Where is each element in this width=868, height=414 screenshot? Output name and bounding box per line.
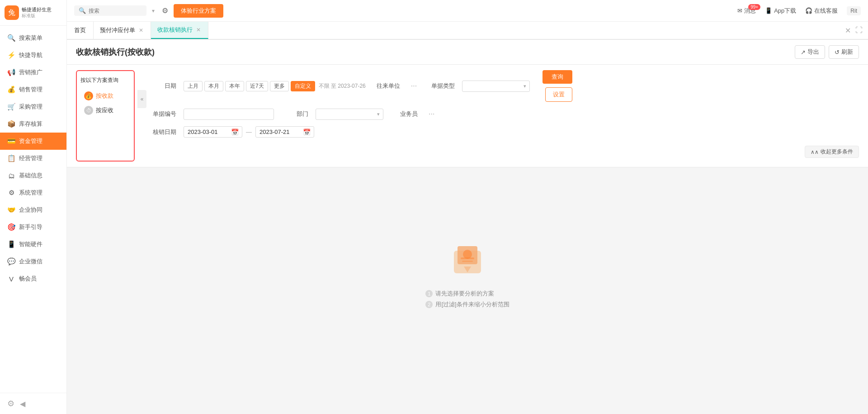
- online-service-button[interactable]: 🎧 在线客服: [805, 7, 838, 15]
- collapse-up-icon: ∧∧: [811, 149, 819, 155]
- nav-icon-2: 📢: [7, 68, 15, 76]
- this-month-btn[interactable]: 本月: [204, 81, 223, 91]
- message-badge: 99+: [748, 4, 760, 10]
- sidebar-item-9[interactable]: ⚙系统管理: [0, 184, 66, 201]
- doctype-select-wrap: [462, 81, 530, 92]
- content: 收款核销执行(按收款) ↗ 导出 ↺ 刷新 按以下方案查询 💰 按收款: [67, 40, 868, 414]
- app-download-button[interactable]: 📱 App下载: [765, 7, 796, 15]
- tip-num-1: 1: [425, 290, 433, 297]
- nav-label-11: 新手引导: [19, 223, 42, 231]
- sidebar: 兔 畅捷通好生意 标准版 🔍搜索菜单⚡快捷导航📢营销推广💰销售管理🛒采购管理📦库…: [0, 0, 67, 414]
- tab-expand-icon[interactable]: ⛶: [855, 26, 863, 34]
- nav-icon-12: 📱: [7, 240, 15, 248]
- nav-icon-14: V: [7, 275, 15, 283]
- tab-prepay[interactable]: 预付冲应付单 ✕: [94, 22, 151, 39]
- topbar: 🔍 ▾ ⚙ 体验行业方案 ✉ 消息 99+ 📱 App下载 🎧 在线客服 Rit: [67, 0, 868, 22]
- verify-date-label: 核销日期: [149, 128, 176, 136]
- tab-collection[interactable]: 收款核销执行 ✕: [151, 22, 208, 39]
- user-info[interactable]: Rit: [847, 6, 861, 15]
- verify-end-input[interactable]: [255, 126, 314, 138]
- last-7days-btn[interactable]: 近7天: [246, 81, 268, 91]
- header-actions: ↗ 导出 ↺ 刷新: [795, 45, 859, 64]
- export-button[interactable]: ↗ 导出: [795, 45, 825, 59]
- counterpart-input-dots[interactable]: ···: [407, 80, 420, 92]
- dept-select[interactable]: [316, 109, 383, 120]
- search-icon: 🔍: [79, 7, 86, 14]
- sidebar-item-12[interactable]: 📱智能硬件: [0, 236, 66, 253]
- sidebar-item-5[interactable]: 📦库存核算: [0, 115, 66, 133]
- solution-button[interactable]: 体验行业方案: [174, 4, 223, 18]
- service-label: 在线客服: [814, 7, 838, 15]
- message-button[interactable]: ✉ 消息 99+: [737, 7, 756, 15]
- nav-label-1: 快捷导航: [19, 51, 42, 59]
- filter-collection-label: 按收款: [96, 92, 113, 100]
- sidebar-item-1[interactable]: ⚡快捷导航: [0, 47, 66, 64]
- refresh-icon: ↺: [835, 49, 840, 56]
- collapse-icon[interactable]: ◀: [20, 400, 25, 408]
- more-date-btn[interactable]: 更多: [270, 81, 289, 91]
- sidebar-item-3[interactable]: 💰销售管理: [0, 81, 66, 98]
- verify-start-wrap: 📅: [184, 126, 242, 138]
- app-edition: 标准版: [22, 13, 52, 19]
- doctype-label: 单据类型: [428, 82, 455, 90]
- doctype-select[interactable]: [462, 81, 530, 92]
- sidebar-item-0[interactable]: 🔍搜索菜单: [0, 29, 66, 47]
- settings-gear-icon[interactable]: ⚙: [162, 6, 168, 15]
- tab-close-all-icon[interactable]: ✕: [845, 26, 851, 35]
- nav-icon-7: 📋: [7, 154, 15, 162]
- tab-collection-close[interactable]: ✕: [195, 27, 202, 33]
- tab-home-label: 首页: [74, 26, 86, 34]
- sidebar-item-14[interactable]: V畅会员: [0, 270, 66, 287]
- this-year-btn[interactable]: 本年: [225, 81, 244, 91]
- sidebar-item-8[interactable]: 🗂基础信息: [0, 167, 66, 184]
- tab-home[interactable]: 首页: [67, 22, 94, 39]
- app-logo: 兔 畅捷通好生意 标准版: [0, 0, 66, 26]
- search-input[interactable]: [89, 8, 134, 14]
- collapse-conditions-label: 收起更多条件: [821, 148, 853, 156]
- sidebar-item-10[interactable]: 🤝企业协同: [0, 201, 66, 219]
- filter-action-buttons: 查询 设置: [542, 70, 572, 102]
- tabbar: 首页 预付冲应付单 ✕ 收款核销执行 ✕ ✕ ⛶: [67, 22, 868, 40]
- nav-icon-13: 💬: [7, 257, 15, 266]
- message-icon: ✉: [737, 7, 742, 14]
- sidebar-item-6[interactable]: 💳资金管理: [0, 133, 66, 150]
- query-button[interactable]: 查询: [542, 70, 572, 84]
- last-month-btn[interactable]: 上月: [184, 81, 203, 91]
- app-label: App下载: [774, 7, 796, 15]
- custom-date-btn[interactable]: 自定义: [291, 81, 315, 91]
- nav-label-0: 搜索菜单: [19, 34, 42, 42]
- nav-icon-8: 🗂: [7, 172, 15, 180]
- filter-by-collection[interactable]: 💰 按收款: [80, 89, 130, 103]
- settings-icon[interactable]: ⚙: [7, 399, 14, 409]
- main-area: 🔍 ▾ ⚙ 体验行业方案 ✉ 消息 99+ 📱 App下载 🎧 在线客服 Rit: [67, 0, 868, 414]
- nav-label-7: 经营管理: [19, 154, 42, 162]
- filter-by-receivable[interactable]: ⏱ 按应收: [80, 103, 130, 118]
- docno-input[interactable]: [184, 109, 274, 120]
- refresh-label: 刷新: [841, 48, 853, 56]
- nav-icon-6: 💳: [7, 137, 15, 145]
- nav-icon-4: 🛒: [7, 103, 15, 111]
- search-chevron-icon[interactable]: ▾: [152, 8, 155, 14]
- sidebar-bottom: ⚙ ◀: [0, 393, 66, 414]
- sidebar-item-7[interactable]: 📋经营管理: [0, 150, 66, 167]
- staff-input-dots[interactable]: ···: [425, 108, 438, 120]
- sidebar-item-13[interactable]: 💬企业微信: [0, 253, 66, 270]
- nav-label-14: 畅会员: [19, 275, 37, 283]
- topbar-right: ✉ 消息 99+ 📱 App下载 🎧 在线客服 Rit: [737, 6, 861, 15]
- nav-label-6: 资金管理: [19, 137, 42, 145]
- refresh-button[interactable]: ↺ 刷新: [829, 45, 859, 59]
- verify-date-group: 📅 — 📅: [184, 126, 314, 138]
- sidebar-item-11[interactable]: 🎯新手引导: [0, 219, 66, 236]
- sidebar-item-2[interactable]: 📢营销推广: [0, 64, 66, 81]
- setting-button[interactable]: 设置: [545, 87, 572, 102]
- tab-prepay-close[interactable]: ✕: [138, 27, 144, 33]
- nav-label-4: 采购管理: [19, 103, 42, 111]
- filter-collapse-button[interactable]: «: [137, 90, 146, 108]
- verify-start-input[interactable]: [184, 126, 242, 138]
- app-icon: 📱: [765, 7, 772, 14]
- empty-illustration: [445, 237, 490, 282]
- sidebar-item-4[interactable]: 🛒采购管理: [0, 98, 66, 115]
- empty-tip-1: 1 请先选择要分析的方案: [425, 290, 509, 298]
- collapse-conditions-button[interactable]: ∧∧ 收起更多条件: [805, 146, 859, 158]
- tip-num-2: 2: [425, 301, 433, 308]
